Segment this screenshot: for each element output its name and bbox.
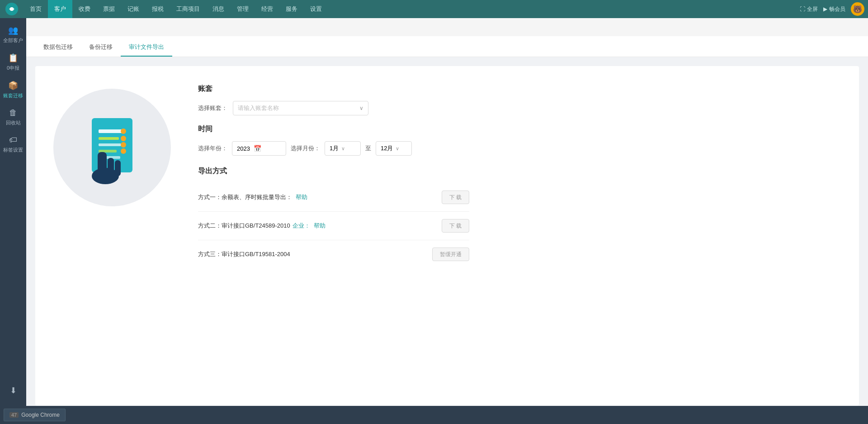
content-area: 账套 选择账套： 请输入账套名称 ∨ 时间 选择年份： 2023 📅 选择月份： xyxy=(35,66,859,405)
svg-point-11 xyxy=(121,148,126,154)
taskbar-label: Google Chrome xyxy=(21,412,60,418)
user-avatar[interactable]: 🐻 xyxy=(851,2,864,16)
sidebar-item-tag-settings[interactable]: 🏷 标签设置 xyxy=(1,132,25,157)
account-migration-icon: 📦 xyxy=(8,81,18,91)
method3-pending-button[interactable]: 暂缓开通 xyxy=(432,248,469,261)
time-row: 选择年份： 2023 📅 选择月份： 1月 ∨ 至 12月 ∨ xyxy=(198,141,469,156)
account-select-input[interactable]: 请输入账套名称 ∨ xyxy=(233,101,368,115)
top-navigation: 首页 客户 收费 票据 记账 报税 工商项目 消息 管理 经营 服务 设置 ⛶ … xyxy=(0,0,868,18)
fullscreen-button[interactable]: ⛶ 全屏 xyxy=(800,5,818,13)
tab-backup-migration[interactable]: 备份迁移 xyxy=(81,38,121,57)
nav-fee[interactable]: 收费 xyxy=(72,0,97,18)
sidebar-item-zero-filing[interactable]: 📋 0申报 xyxy=(1,49,25,75)
nav-client[interactable]: 客户 xyxy=(48,0,72,18)
account-select-row: 选择账套： 请输入账套名称 ∨ xyxy=(198,101,469,115)
fullscreen-icon: ⛶ xyxy=(800,6,805,12)
svg-rect-3 xyxy=(99,129,123,133)
svg-point-1 xyxy=(10,7,14,11)
illustration xyxy=(53,89,171,206)
main-content: 数据包迁移 备份迁移 审计文件导出 xyxy=(26,36,868,424)
app-logo[interactable] xyxy=(4,1,20,17)
export-section-title: 导出方式 xyxy=(198,167,469,176)
svg-point-8 xyxy=(121,129,126,134)
nav-account[interactable]: 记账 xyxy=(121,0,146,18)
month-end-chevron: ∨ xyxy=(396,146,399,152)
account-select-label: 选择账套： xyxy=(198,104,227,112)
svg-point-9 xyxy=(121,136,126,141)
nav-operation[interactable]: 经营 xyxy=(255,0,279,18)
taskbar: 47 Google Chrome xyxy=(0,406,868,424)
nav-service[interactable]: 服务 xyxy=(279,0,304,18)
month-end-select[interactable]: 12月 ∨ xyxy=(376,141,412,156)
sidebar-item-recycle[interactable]: 🗑 回收站 xyxy=(1,105,25,130)
method1-help-link[interactable]: 帮助 xyxy=(296,194,307,200)
nav-settings[interactable]: 设置 xyxy=(304,0,328,18)
month-start-chevron: ∨ xyxy=(341,146,345,152)
sidebar-item-account-migration[interactable]: 📦 账套迁移 xyxy=(1,77,25,103)
left-sidebar: 👥 全部客户 📋 0申报 📦 账套迁移 🗑 回收站 🏷 标签设置 ⬇ ❓ xyxy=(0,18,26,424)
month-end-value: 12月 xyxy=(381,144,393,152)
form-area: 账套 选择账套： 请输入账套名称 ∨ 时间 选择年份： 2023 📅 选择月份： xyxy=(198,80,469,268)
taskbar-number: 47 xyxy=(9,412,19,418)
nav-business[interactable]: 工商项目 xyxy=(170,0,206,18)
tabs-bar: 数据包迁移 备份迁移 审计文件导出 xyxy=(26,36,868,57)
method3-text: 方式三：审计接口GB/T19581-2004 xyxy=(198,250,290,258)
sidebar-download-icon[interactable]: ⬇ xyxy=(5,382,21,399)
nav-manage[interactable]: 管理 xyxy=(231,0,255,18)
method2-help-link[interactable]: 帮助 xyxy=(314,222,326,229)
svg-rect-14 xyxy=(108,158,114,176)
svg-rect-15 xyxy=(115,160,121,176)
nav-home[interactable]: 首页 xyxy=(24,0,48,18)
svg-rect-13 xyxy=(98,152,107,177)
method1-text: 方式一：余额表、序时账批量导出： 帮助 xyxy=(198,193,307,201)
account-chevron-icon: ∨ xyxy=(359,105,363,111)
year-value: 2023 xyxy=(237,145,250,152)
account-section-title: 账套 xyxy=(198,84,469,94)
export-section: 导出方式 方式一：余额表、序时账批量导出： 帮助 下 载 方式二：审计接口GB/… xyxy=(198,167,469,268)
export-method-1: 方式一：余额表、序时账批量导出： 帮助 下 载 xyxy=(198,183,469,212)
vip-icon: ▶ xyxy=(823,6,827,12)
tab-data-migration[interactable]: 数据包迁移 xyxy=(35,38,81,57)
method2-company-link[interactable]: 企业： xyxy=(292,222,310,229)
export-method-2: 方式二：审计接口GB/T24589-2010 企业： 帮助 下 载 xyxy=(198,212,469,240)
to-separator: 至 xyxy=(365,144,371,152)
taskbar-chrome[interactable]: 47 Google Chrome xyxy=(4,409,66,421)
account-placeholder: 请输入账套名称 xyxy=(238,104,279,112)
time-section: 时间 选择年份： 2023 📅 选择月份： 1月 ∨ 至 12月 xyxy=(198,124,469,156)
nav-invoice[interactable]: 票据 xyxy=(97,0,121,18)
time-section-title: 时间 xyxy=(198,124,469,134)
calendar-icon: 📅 xyxy=(254,145,261,152)
export-method-3: 方式三：审计接口GB/T19581-2004 暂缓开通 xyxy=(198,240,469,268)
svg-rect-4 xyxy=(99,137,119,140)
vip-button[interactable]: ▶ 畅会员 xyxy=(823,5,845,13)
method1-download-button[interactable]: 下 载 xyxy=(442,191,469,204)
recycle-icon: 🗑 xyxy=(9,108,17,118)
month-start-select[interactable]: 1月 ∨ xyxy=(325,141,361,156)
sidebar-item-all-clients[interactable]: 👥 全部客户 xyxy=(1,22,25,48)
all-clients-icon: 👥 xyxy=(8,25,18,35)
year-label: 选择年份： xyxy=(198,144,227,152)
month-start-value: 1月 xyxy=(330,144,339,152)
nav-tax[interactable]: 报税 xyxy=(146,0,170,18)
svg-point-10 xyxy=(121,142,126,148)
top-nav-right: ⛶ 全屏 ▶ 畅会员 🐻 xyxy=(800,2,864,16)
nav-menu: 首页 客户 收费 票据 记账 报税 工商项目 消息 管理 经营 服务 设置 xyxy=(24,0,800,18)
tab-audit-export[interactable]: 审计文件导出 xyxy=(121,38,172,57)
zero-filing-icon: 📋 xyxy=(8,53,18,63)
method2-text: 方式二：审计接口GB/T24589-2010 企业： 帮助 xyxy=(198,222,326,230)
year-input[interactable]: 2023 📅 xyxy=(232,141,286,156)
svg-rect-5 xyxy=(99,143,121,146)
nav-message[interactable]: 消息 xyxy=(206,0,231,18)
method2-download-button[interactable]: 下 载 xyxy=(442,219,469,233)
tag-settings-icon: 🏷 xyxy=(9,135,17,145)
month-label: 选择月份： xyxy=(291,144,320,152)
